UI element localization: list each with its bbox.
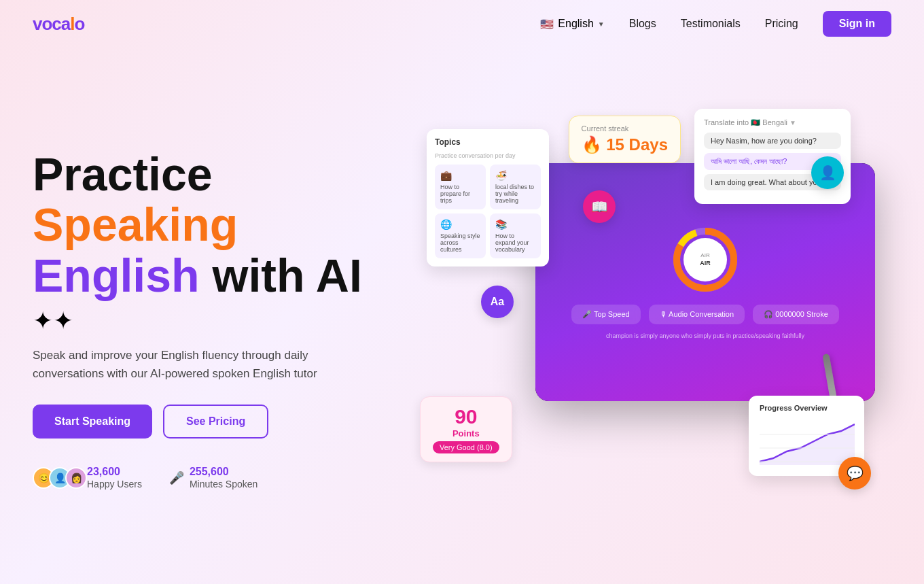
chat-icon-bubble: 💬 (838, 457, 871, 489)
progress-chart (760, 417, 855, 465)
users-count: 23,600 (87, 466, 120, 477)
speaker-card-3: 🎧 0000000 Stroke (753, 305, 839, 324)
topics-card-title: Topics (435, 137, 541, 147)
hero-speaking: Speaking (33, 199, 238, 250)
hero-section: Practice Speaking English with AI ✦✦ Spe… (0, 48, 924, 564)
chat-english: Hey Nasim, how are you doing? (704, 133, 841, 149)
hero-title: Practice Speaking English with AI (33, 149, 413, 301)
language-selector[interactable]: 🇺🇸 English ▼ (540, 18, 604, 31)
tablet-text: champion is simply anyone who simply put… (606, 332, 804, 339)
speaker-cards: 🎤 Top Speed 🎙 Audio Conversation 🎧 00000… (571, 305, 839, 324)
chevron-down-icon: ▼ (598, 20, 605, 28)
users-count-group: 23,600 Happy Users (87, 466, 142, 490)
points-label: Points (433, 428, 499, 439)
users-label-text: Happy Users (87, 479, 142, 489)
signin-button[interactable]: Sign in (823, 11, 891, 37)
hero-right: Topics Practice conversation per day 💼 H… (413, 109, 891, 530)
nav-links: 🇺🇸 English ▼ Blogs Testimonials Pricing … (540, 11, 891, 37)
see-pricing-button[interactable]: See Pricing (163, 405, 268, 439)
text-style-bubble: Aa (481, 286, 514, 318)
avatar-3: 👩 (65, 467, 87, 489)
topic-3: 🌐 Speaking style across cultures (435, 213, 486, 258)
reading-icon-bubble: 📖 (583, 190, 616, 223)
microphone-icon: 🎤 (169, 470, 184, 485)
score-ring: AIR AIR (671, 226, 739, 294)
user-icon-bubble: 👤 (811, 156, 844, 189)
speaker-card-2: 🎙 Audio Conversation (649, 305, 745, 324)
svg-text:AIR: AIR (700, 252, 710, 258)
start-speaking-button[interactable]: Start Speaking (33, 405, 152, 439)
points-card: 90 Points Very Good (8.0) (420, 396, 512, 462)
hero-line1: Practice (33, 148, 213, 200)
minutes-count-group: 255,600 Minutes Spoken (190, 466, 257, 490)
hero-buttons: Start Speaking See Pricing (33, 405, 413, 439)
streak-title: Current streak (582, 124, 668, 133)
stats-row: 😊 👤 👩 23,600 Happy Users 🎤 255,600 Minut… (33, 466, 413, 490)
minutes-count: 255,600 (190, 466, 229, 477)
avatar-group: 😊 👤 👩 (33, 467, 82, 489)
flag-icon: 🇺🇸 (540, 18, 554, 31)
sparkle-icon: ✦✦ (33, 307, 413, 335)
points-grade: Very Good (8.0) (433, 441, 499, 453)
topics-subtitle: Practice conversation per day (435, 152, 541, 159)
topic-2: 🍜 local dishes to try while traveling (490, 165, 541, 209)
minutes-label: Minutes Spoken (190, 479, 257, 489)
translate-header: Translate into 🇧🇩 Bengali ▼ (704, 118, 841, 127)
minutes-stat: 🎤 255,600 Minutes Spoken (169, 466, 257, 490)
hero-english: English (33, 250, 200, 301)
topic-1: 💼 How to prepare for trips (435, 165, 486, 209)
topic-4: 📚 How to expand your vocabulary (490, 213, 541, 258)
navbar: vocalo 🇺🇸 English ▼ Blogs Testimonials P… (0, 0, 924, 48)
hero-description: Speak and improve your English fluency t… (33, 346, 359, 383)
svg-text:AIR: AIR (700, 260, 711, 267)
hero-with-ai: with AI (212, 250, 361, 301)
nav-blogs[interactable]: Blogs (629, 18, 656, 30)
users-stat: 😊 👤 👩 23,600 Happy Users (33, 466, 142, 490)
topics-card: Topics Practice conversation per day 💼 H… (427, 129, 549, 267)
progress-title: Progress Overview (760, 404, 853, 412)
nav-pricing[interactable]: Pricing (765, 18, 798, 30)
streak-card: Current streak 🔥 15 Days (569, 116, 681, 163)
language-label: English (558, 18, 593, 30)
logo[interactable]: vocalo (33, 14, 84, 35)
hero-left: Practice Speaking English with AI ✦✦ Spe… (33, 149, 413, 491)
points-number: 90 (433, 405, 499, 428)
nav-testimonials[interactable]: Testimonials (681, 18, 741, 30)
streak-days: 🔥 15 Days (582, 135, 668, 154)
speaker-card-1: 🎤 Top Speed (571, 305, 640, 324)
